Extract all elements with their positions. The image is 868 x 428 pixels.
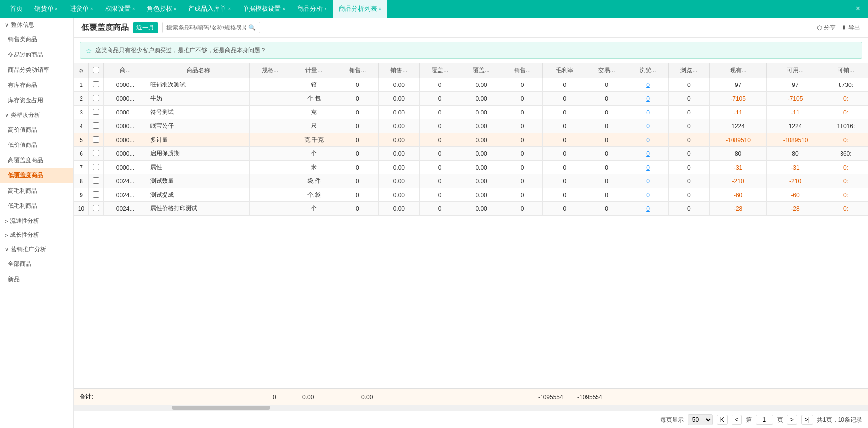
nav-close-icon[interactable]: × [228,6,231,12]
nav-purchase-order[interactable]: 进货单 × [64,0,99,18]
next-page-button[interactable]: > [787,415,797,425]
row-checkbox[interactable] [89,78,104,92]
sidebar-item-sales-products[interactable]: 销售类商品 [0,32,73,47]
sidebar-growth-analysis[interactable]: > 成长性分析 [0,228,73,242]
row-checkbox[interactable] [89,106,104,119]
row-browse2: 0 [668,78,709,92]
row-browse1[interactable]: 0 [627,78,669,92]
sidebar-overall-info[interactable]: ∨ 整体信息 [0,18,73,32]
row-available: -11 [767,106,824,119]
nav-role-auth[interactable]: 角色授权 × [141,0,183,18]
row-checkbox[interactable] [89,174,104,188]
sidebar-circulation-analysis[interactable]: > 流通性分析 [0,214,73,228]
info-banner: ☆ 这类商品只有很少客户购买过，是推广不够，还是商品本身问题？ [80,42,862,59]
period-button[interactable]: 近一月 [133,22,158,33]
row-select-checkbox[interactable] [93,205,99,211]
nav-close-icon[interactable]: × [90,6,93,12]
sidebar-item-low-margin[interactable]: 低毛利商品 [0,199,73,214]
sidebar-item-all-products[interactable]: 全部商品 [0,257,73,272]
nav-product-analysis[interactable]: 商品分析 × [291,0,333,18]
nav-template-settings[interactable]: 单据模板设置 × [237,0,291,18]
row-select-checkbox[interactable] [93,164,99,170]
export-icon: ⬇ [841,24,847,31]
row-browse1[interactable]: 0 [627,133,669,147]
sidebar-item-traded-products[interactable]: 交易过的商品 [0,47,73,62]
sidebar-item-in-stock[interactable]: 有库存商品 [0,78,73,93]
search-input[interactable] [166,24,246,31]
row-select-checkbox[interactable] [93,122,99,129]
row-browse1[interactable]: 0 [627,188,669,202]
export-button[interactable]: ⬇ 导出 [841,24,860,32]
sidebar-marketing-analysis[interactable]: ∨ 营销推广分析 [0,242,73,257]
row-checkbox[interactable] [89,202,104,216]
sidebar-item-high-coverage[interactable]: 高覆盖度商品 [0,153,73,168]
search-icon[interactable]: 🔍 [248,24,256,31]
row-code: 0000... [104,106,147,119]
sidebar-item-category-sales-rate[interactable]: 商品分类动销率 [0,62,73,78]
nav-close-icon[interactable]: × [324,6,327,12]
sidebar-item-capital-occupation[interactable]: 库存资金占用 [0,93,73,108]
nav-sales-order[interactable]: 销货单 × [28,0,64,18]
row-checkbox[interactable] [89,119,104,133]
chevron-right-icon: > [5,232,8,238]
row-checkbox[interactable] [89,133,104,147]
row-unit: 个,包 [291,92,337,106]
row-browse1[interactable]: 0 [627,147,669,161]
row-select-checkbox[interactable] [93,109,99,115]
row-checkbox[interactable] [89,188,104,202]
row-checkbox[interactable] [89,161,104,174]
row-browse1[interactable]: 0 [627,106,669,119]
row-browse1[interactable]: 0 [627,161,669,174]
nav-close-icon[interactable]: × [55,6,58,12]
row-checkbox[interactable] [89,147,104,161]
row-select-checkbox[interactable] [93,177,99,184]
nav-product-analysis-list[interactable]: 商品分析列表 × [333,0,387,18]
sidebar-collapse-button[interactable]: « [73,47,74,65]
row-sales-3: 0 [502,92,543,106]
close-window-icon[interactable]: × [852,4,864,13]
prev-page-button[interactable]: < [732,415,742,425]
nav-close-icon[interactable]: × [379,6,381,12]
row-spec [249,161,291,174]
row-browse2: 0 [668,119,709,133]
nav-close-icon[interactable]: × [174,6,177,12]
row-select-checkbox[interactable] [93,95,99,101]
nav-product-inbound[interactable]: 产成品入库单 × [182,0,237,18]
sidebar-item-high-margin[interactable]: 高毛利商品 [0,183,73,199]
nav-close-icon[interactable]: × [132,6,135,12]
row-unit: 米 [291,161,337,174]
row-num: 9 [74,188,89,202]
sidebar-item-high-value[interactable]: 高价值商品 [0,122,73,138]
row-browse1[interactable]: 0 [627,119,669,133]
th-checkbox[interactable] [89,63,104,78]
row-browse1[interactable]: 0 [627,202,669,216]
row-gross-rate: 0 [543,147,586,161]
nav-permissions[interactable]: 权限设置 × [99,0,141,18]
row-select-checkbox[interactable] [93,136,99,143]
nav-home[interactable]: 首页 [4,0,28,18]
th-settings[interactable]: ⚙ [74,63,89,78]
row-coverage-r: 0.00 [461,188,502,202]
sidebar-item-low-coverage[interactable]: 低覆盖度商品 [0,168,73,183]
first-page-button[interactable]: K [717,415,728,425]
row-browse1[interactable]: 0 [627,92,669,106]
page-size-label: 每页显示 [660,416,684,424]
page-size-select[interactable]: 50 10 20 100 [688,414,713,425]
sidebar-cluster-analysis[interactable]: ∨ 类群度分析 [0,108,73,122]
row-sales-amount: 0.00 [378,188,419,202]
row-select-checkbox[interactable] [93,150,99,156]
share-button[interactable]: ⬡ 分享 [817,24,836,32]
sidebar-item-low-value[interactable]: 低价值商品 [0,138,73,153]
row-browse1[interactable]: 0 [627,174,669,188]
row-coverage-c: 0 [419,78,461,92]
row-select-checkbox[interactable] [93,191,99,198]
page-number-input[interactable] [756,415,773,425]
sidebar-item-new-products[interactable]: 新品 [0,272,73,287]
horizontal-scrollbar[interactable] [74,405,868,411]
last-page-button[interactable]: >| [801,415,813,425]
nav-close-icon[interactable]: × [282,6,285,12]
row-checkbox[interactable] [89,92,104,106]
share-icon: ⬡ [817,24,822,31]
select-all-checkbox[interactable] [93,67,99,73]
row-select-checkbox[interactable] [93,81,99,87]
